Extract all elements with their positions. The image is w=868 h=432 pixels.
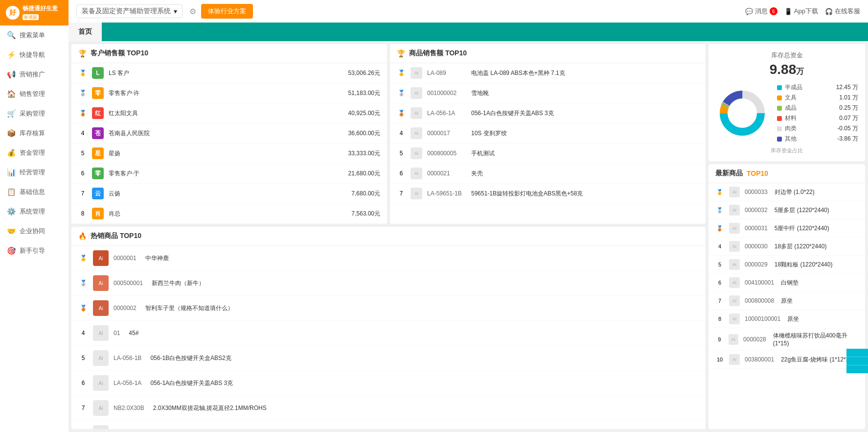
product-sales-item: 6 Ai 0000021 夹壳 [390, 164, 706, 184]
sidebar-item-enterprise[interactable]: 🤝 企业协同 [0, 221, 69, 241]
product-code: LA-59651-1B [427, 190, 466, 197]
newest-code: 0000031 [745, 225, 768, 232]
product-name: 手机测试 [471, 149, 495, 158]
customer-avatar: 零 [92, 87, 104, 99]
stock-legend-item: 肉类 -0.05 万 [777, 124, 858, 133]
product-rank-num: 🥇 [397, 70, 406, 76]
newest-rank-num: 7 [715, 298, 724, 304]
customer-ranking-card: 🏆 客户销售额 TOP10 🥇 L LS 客户 53,006.26元 🥈 零 零… [71, 44, 387, 224]
product-name: 电池盖 LA-089 ABS本色+黑种 7.1克 [471, 69, 565, 77]
search-icon: 🔍 [7, 31, 16, 40]
newest-thumb: Ai [729, 277, 740, 288]
hot-thumb: Ai [93, 350, 109, 366]
newest-product-item: 🥇 Ai 0000033 封边带 (1.0*22) [708, 183, 865, 201]
hot-name: 056-1A白色按键开关盖ABS 3克 [150, 379, 233, 387]
float-btn-live[interactable]: 直播 [846, 365, 868, 373]
system-icon: ⚙️ [7, 207, 16, 216]
product-name: 夹壳 [471, 169, 483, 178]
customer-amount: 53,006.26元 [348, 69, 380, 77]
customer-avatar: 苍 [92, 127, 104, 139]
marketing-icon: 📢 [7, 70, 16, 79]
product-name: 10S 变刹罗绞 [471, 129, 507, 138]
hot-name: 056-1B白色按键开关盒ABS2克 [150, 354, 231, 362]
purchase-icon: 🛒 [7, 109, 16, 118]
customer-name: LS 客户 [109, 69, 343, 77]
customer-rank-item: 5 星 星扬 33,333.00元 [71, 144, 387, 164]
legend-dot [777, 116, 782, 121]
stock-chart-label: 库存资金占比 [715, 147, 858, 154]
hot-product-item: 4 Ai 01 45# [71, 321, 706, 346]
hot-code: 0000001 [114, 255, 137, 262]
topbar: 装备及固定资产辅助管理系统 ▾ ⚙ 体验行业方案 💬 消息 6 📱 App下载 … [69, 0, 868, 23]
newest-code: 003800001 [745, 356, 774, 363]
sidebar-item-system[interactable]: ⚙️ 系统管理 [0, 202, 69, 221]
newest-rank-num: 5 [715, 262, 724, 267]
sidebar-item-purchase[interactable]: 🛒 采购管理 [0, 104, 69, 123]
customer-amount: 33,333.00元 [348, 149, 380, 158]
hot-name: 2.0X30MM双搓花轴,搓花直径2.1MM/ROHS [153, 404, 267, 412]
hot-thumb: Ai [93, 300, 109, 316]
sidebar-item-search[interactable]: 🔍 搜索菜单 [0, 25, 69, 45]
newest-products-header: 最新商品 TOP10 [708, 164, 865, 183]
legend-value: 0.25 万 [839, 104, 858, 112]
float-btn-community[interactable]: 服务社区 [846, 357, 868, 365]
newest-thumb: Ai [729, 313, 740, 324]
stock-legend-item: 成品 0.25 万 [777, 104, 858, 112]
product-sales-item: 🥉 Ai LA-056-1A 056-1A白色按键开关盖ABS 3克 [390, 103, 706, 123]
settings-gear-icon[interactable]: ⚙ [189, 7, 196, 16]
rank-number: 4 [78, 130, 87, 137]
newest-name: 5厘多层 (1220*2440) [775, 206, 829, 215]
newest-code: 0000028 [743, 336, 766, 343]
sidebar-item-finance[interactable]: 💰 资金管理 [0, 143, 69, 163]
legend-label: 成品 [785, 104, 836, 112]
newest-rank-num: 6 [715, 280, 724, 286]
app-download-button[interactable]: 📱 App下载 [784, 7, 818, 16]
product-rank-num: 🥈 [397, 90, 406, 96]
product-rank-num: 6 [397, 170, 406, 177]
online-service-button[interactable]: 🎧 在线客服 [825, 7, 860, 16]
sidebar-item-quicknav[interactable]: ⚡ 快捷导航 [0, 45, 69, 65]
sidebar-item-guide[interactable]: 🎯 新手引导 [0, 241, 69, 261]
newest-top10-label: TOP10 [747, 169, 768, 177]
message-button[interactable]: 💬 消息 6 [745, 7, 777, 16]
newest-product-item: 8 Ai 10000100001 原坐 [708, 310, 865, 328]
sidebar-item-marketing[interactable]: 📢 营销推广 [0, 65, 69, 84]
product-code: LA-056-1A [427, 110, 466, 117]
float-btn-service[interactable]: 客服热线 [846, 349, 868, 357]
legend-label: 文具 [785, 94, 836, 102]
stock-legend: 半成品 12.45 万 文具 1.01 万 成品 0.25 万 材料 0.07 … [777, 83, 858, 143]
hot-name: 中华神鹿 [145, 254, 169, 263]
try-industry-button[interactable]: 体验行业方案 [201, 4, 253, 19]
product-code: LA-089 [427, 70, 466, 76]
sidebar-item-inventory[interactable]: 📦 库存核算 [0, 123, 69, 143]
newest-title-text: 最新商品 [715, 169, 743, 178]
left-panel: 🏆 客户销售额 TOP10 🥇 L LS 客户 53,006.26元 🥈 零 零… [71, 44, 706, 429]
stock-legend-item: 文具 1.01 万 [777, 94, 858, 102]
newest-product-item: 9 Ai 0000028 体橄榄核味苏打饮品400毫升 (1*15) [708, 328, 865, 351]
rank-number: 7 [78, 190, 87, 197]
main-area: 装备及固定资产辅助管理系统 ▾ ⚙ 体验行业方案 💬 消息 6 📱 App下载 … [69, 0, 868, 432]
product-thumb: Ai [411, 188, 422, 199]
hot-code: LA-056-1B [114, 355, 141, 361]
newest-thumb: Ai [729, 354, 740, 365]
tab-home[interactable]: 首页 [69, 23, 102, 41]
sidebar-item-operations[interactable]: 📊 经营管理 [0, 163, 69, 182]
hot-products-list: 🥇 Ai 0000001 中华神鹿 🥈 Ai 000500001 新西兰牛肉（新… [71, 246, 706, 429]
system-title-selector[interactable]: 装备及固定资产辅助管理系统 ▾ [76, 4, 183, 18]
hot-products-header: 🔥 热销商品 TOP10 [71, 227, 706, 246]
product-code: 000800005 [427, 150, 466, 157]
product-thumb: Ai [411, 147, 422, 159]
hot-name: 智利车子里（规格不知道填什么） [145, 304, 233, 312]
hot-product-item: 🥈 Ai 000500001 新西兰牛肉（新牛） [71, 271, 706, 296]
hot-rank-num: 4 [78, 330, 88, 336]
product-sales-ranking-card: 🏆 商品销售额 TOP10 🥇 Ai LA-089 电池盖 LA-089 ABS… [390, 44, 706, 224]
newest-product-item: 5 Ai 0000029 18颗粒板 (1220*2440) [708, 256, 865, 274]
newest-code: 0000029 [745, 261, 768, 268]
newest-thumb: Ai [729, 223, 740, 234]
hot-code: LA-056-1A [114, 380, 141, 386]
legend-dot [777, 137, 782, 142]
topbar-right: 💬 消息 6 📱 App下载 🎧 在线客服 [745, 7, 860, 16]
newest-name: 原坐 [781, 297, 793, 305]
sidebar-item-basic-info[interactable]: 📋 基础信息 [0, 182, 69, 202]
sidebar-item-sales[interactable]: 🏠 销售管理 [0, 84, 69, 104]
